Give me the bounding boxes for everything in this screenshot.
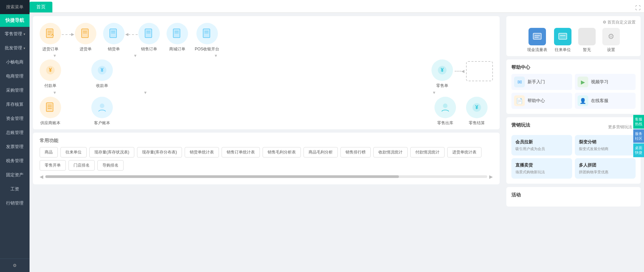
sidebar-item-ecommerce-small[interactable]: 小畅电商 [0,55,30,69]
chevron-down-icon: ▾ [24,32,25,36]
node-receipt[interactable]: ¥ 收款单 [91,59,113,89]
float-btn-desktop[interactable]: 桌面 快捷 [633,143,644,157]
customize-link[interactable]: 首页自定义设置 [603,19,636,25]
float-btn-community[interactable]: 服务 社区 [633,129,644,143]
node-mall-order[interactable]: 商城订单 [167,23,188,52]
node-retail[interactable]: ¥ 零售单 [431,59,453,89]
func-btn-retail-order[interactable]: 零售开单 [40,160,66,171]
help-item-video[interactable]: ▶ 视频学习 [575,74,636,90]
node-retail-settle[interactable]: ¥ 零售结算 [466,97,488,126]
qa-settings[interactable]: ⚙ 设置 [602,28,620,53]
func-btn-sales-stat[interactable]: 销货单统计表 [185,147,219,157]
help-icon: 📄 [514,95,525,106]
svg-point-37 [443,104,447,108]
sidebar-item-invoice[interactable]: 发票管理 [0,140,30,154]
svg-rect-21 [203,29,210,38]
sidebar-item-sales-mgmt[interactable]: 行销管理 [0,196,30,210]
func-btn-receipt-stat[interactable]: 收款情况统计 [373,147,408,157]
help-item-support[interactable]: 👤 在线客服 [575,93,636,109]
sidebar-item-ledger[interactable]: 总账管理 [0,126,30,140]
node-sales[interactable]: 销货单 [103,23,125,52]
scroll-thumb[interactable] [45,175,399,178]
partner-icon [554,28,571,45]
svg-text:¥: ¥ [475,104,478,110]
func-btn-guide-rank[interactable]: 导购排名 [97,160,124,171]
func-btn-ranking[interactable]: 销售排行榜 [340,147,371,157]
tab-home[interactable]: 首页 [30,2,52,12]
func-btn-payment-stat[interactable]: 付款情况统计 [410,147,445,157]
qa-cashflow[interactable]: 现金流量表 [527,28,547,53]
help-item-beginner[interactable]: ✉ 新手入门 [511,74,572,90]
svg-rect-0 [46,29,53,38]
sidebar-item-retail[interactable]: 零售管理▾ [0,27,30,41]
sidebar-item-tax[interactable]: 税务管理 [0,154,30,168]
help-center-title: 帮助中心 [511,64,636,71]
func-btn-store-rank[interactable]: 门店排名 [68,160,95,171]
marketing-live[interactable]: 直播卖货 场景式购物新玩法 [511,158,572,179]
marketing-grid: 会员拉新 吸引用户成为会员 裂变分销 裂变式发展分销商 直播卖货 场景式购物新玩… [511,135,636,179]
node-sales-order[interactable]: 销售订单 [138,23,160,52]
common-functions: 常用功能 商品 往来单位 现存量(库存状况表) 现存量(库存分布表) 销货单统计… [33,133,500,184]
settings-icon: ⚙ [602,28,620,45]
svg-text:¥: ¥ [441,67,444,73]
common-functions-title: 常用功能 [40,138,493,144]
func-btn-product-margin[interactable]: 商品毛利分析 [304,147,338,157]
more-marketing-link[interactable]: 更多营销玩法 > [608,124,636,130]
svg-rect-13 [145,29,152,38]
sidebar-item-ecommerce[interactable]: 电商管理 [0,69,30,83]
node-pos[interactable]: POS收银开台 [195,23,219,52]
svg-rect-9 [110,29,117,38]
help-item-help[interactable]: 📄 帮助中心 [511,93,572,109]
sidebar-item-finance[interactable]: 资金管理 [0,111,30,126]
qa-icons-row: 现金流量表 往来单位 暂无 ⚙ [511,28,636,53]
workflow-card: 进货订单 ▶ 进货单 [33,16,500,129]
sidebar-item-assets[interactable]: 固定资产 [0,168,30,182]
support-icon: 👤 [578,95,588,106]
func-btn-stock2[interactable]: 现存量(库存分布表) [137,147,182,157]
qa-empty[interactable]: 暂无 [578,28,596,53]
marketing-title: 营销玩法 [511,122,530,128]
gear-icon: ⚙ [13,263,17,268]
func-btn-stock1[interactable]: 现存量(库存状况表) [89,147,134,157]
func-grid: 商品 往来单位 现存量(库存状况表) 现存量(库存分布表) 销货单统计表 销售订… [40,147,493,171]
float-buttons: 客服 热线 服务 社区 桌面 快捷 [633,115,644,157]
marketing-fission[interactable]: 裂变分销 裂变式发展分销商 [575,135,636,155]
scroll-left-btn[interactable]: ◀ [40,174,43,179]
search-menu[interactable]: 搜索菜单 [0,0,30,14]
right-panel: 首页自定义设置 现金流量表 往来单位 [503,13,644,272]
svg-rect-5 [82,29,88,38]
node-payment[interactable]: ¥ 付款单 [40,59,61,89]
beginner-icon: ✉ [514,77,525,87]
sidebar-item-salary[interactable]: 工资 [0,182,30,196]
node-purchase-order[interactable]: 进货订单 [40,23,61,52]
expand-icon[interactable]: ⛶ [635,5,641,12]
float-btn-support[interactable]: 客服 热线 [633,115,644,129]
node-purchase[interactable]: 进货单 [75,23,96,52]
content-area: 进货订单 ▶ 进货单 [30,13,644,272]
func-btn-sales-order-stat[interactable]: 销售订单统计表 [222,147,260,157]
qa-partner[interactable]: 往来单位 [554,28,571,53]
node-supplier-ledger[interactable]: 供应商账本 [40,97,61,126]
func-btn-margin[interactable]: 销售毛利分析表 [263,147,301,157]
sidebar-settings[interactable]: ⚙ [0,259,30,272]
activity-title: 活动 [511,192,636,198]
scroll-right-btn[interactable]: ▶ [489,174,493,179]
node-retail-out[interactable]: 零售出库 [434,97,456,126]
marketing: 营销玩法 更多营销玩法 > 会员拉新 吸引用户成为会员 裂变分销 裂变式发展分销… [506,117,641,184]
sidebar-item-inventory[interactable]: 库存核算 [0,97,30,111]
node-customer-ledger[interactable]: 客户账本 [91,97,113,126]
func-btn-partner[interactable]: 往来单位 [60,147,87,157]
sidebar-item-wholesale[interactable]: 批发管理▾ [0,41,30,55]
left-panel: 进货订单 ▶ 进货单 [30,13,503,272]
svg-rect-44 [559,33,567,39]
sidebar-item-purchase[interactable]: 采购管理 [0,83,30,97]
marketing-group[interactable]: 多人拼团 拼团购物享受优惠 [575,158,636,179]
empty-icon [578,28,596,45]
func-btn-purchase-stat[interactable]: 进货单统计表 [447,147,481,157]
marketing-member[interactable]: 会员拉新 吸引用户成为会员 [511,135,572,155]
sidebar-nav-label: 快捷导航 [0,14,30,27]
svg-text:¥: ¥ [101,67,104,73]
func-btn-product[interactable]: 商品 [40,147,58,157]
sidebar: 搜索菜单 快捷导航 零售管理▾ 批发管理▾ 小畅电商 电商管理 采购管理 库存核… [0,0,30,272]
svg-rect-31 [46,103,53,111]
